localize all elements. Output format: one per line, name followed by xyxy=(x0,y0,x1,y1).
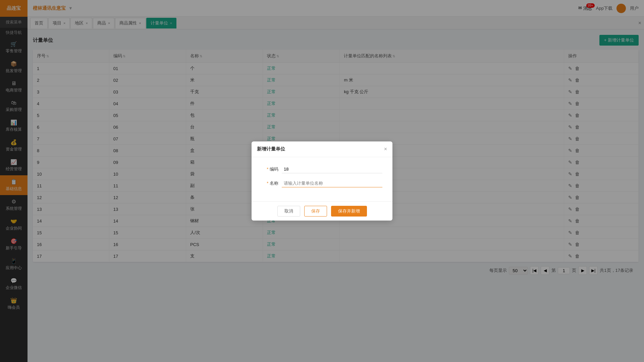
form-name-input[interactable] xyxy=(282,179,382,187)
modal-title: 新增计量单位 xyxy=(257,146,285,152)
form-item-name: * 名称 xyxy=(262,179,382,187)
required-mark-name: * xyxy=(267,181,268,186)
modal-save-button[interactable]: 保存 xyxy=(304,206,327,217)
modal-save-new-button[interactable]: 保存并新增 xyxy=(331,206,367,217)
form-name-label: * 名称 xyxy=(262,180,278,186)
form-code-input[interactable] xyxy=(282,165,382,173)
add-unit-modal: 新增计量单位 × * 编码 * 名称 取消 保存 保存并新增 xyxy=(252,141,392,221)
modal-footer: 取消 保存 保存并新增 xyxy=(252,201,392,221)
modal-overlay[interactable]: 新增计量单位 × * 编码 * 名称 取消 保存 保存并新增 xyxy=(0,0,644,362)
modal-body: * 编码 * 名称 xyxy=(252,157,392,201)
form-item-code: * 编码 xyxy=(262,165,382,173)
modal-close-button[interactable]: × xyxy=(384,146,387,152)
modal-cancel-button[interactable]: 取消 xyxy=(277,206,300,217)
required-mark: * xyxy=(267,167,268,172)
form-code-label: * 编码 xyxy=(262,166,278,172)
modal-header: 新增计量单位 × xyxy=(252,141,392,157)
